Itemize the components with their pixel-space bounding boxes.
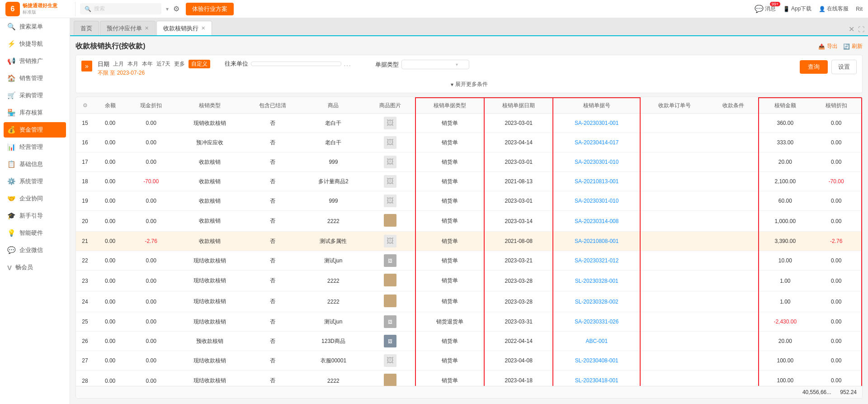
sidebar-item-search-menu[interactable]: 🔍 搜索菜单: [0, 18, 70, 35]
col-header-writeoff-amount: 核销金额: [759, 98, 811, 114]
cell-include-settled: 否: [243, 114, 302, 133]
cell-writeoff-date: 2023-03-28: [484, 291, 553, 312]
sidebar-item-biz-mgmt[interactable]: 📊 经营管理: [0, 138, 70, 156]
industry-button[interactable]: 体验行业方案: [186, 3, 234, 15]
app-download-link[interactable]: 📱 App下载: [783, 5, 811, 13]
tab-close-action-icon[interactable]: ✕: [849, 25, 854, 33]
cell-receipt-condition: [708, 312, 759, 332]
sidebar-item-purchase-mgmt[interactable]: 🛒 采购管理: [0, 87, 70, 104]
tab-home[interactable]: 首页: [74, 21, 99, 35]
cell-writeoff-bill-no[interactable]: SA-20230321-012: [553, 251, 640, 271]
cell-product-img: 🖼: [365, 191, 416, 211]
cell-writeoff-bill-no[interactable]: SA-20210808-001: [553, 232, 640, 251]
cell-include-settled: 否: [243, 371, 302, 386]
cell-writeoff-bill-no[interactable]: SA-20230331-026: [553, 312, 640, 332]
cell-cash-discount: 0.00: [126, 191, 176, 211]
table-scroll-container[interactable]: ⚙ 余额 现金折扣 核销类型 包含已结清 商品 商品图片 核销单据类型 核: [76, 97, 862, 386]
date-option-this-month[interactable]: 本月: [127, 60, 138, 68]
cell-balance: 0.00: [94, 291, 126, 312]
cell-no: 21: [76, 232, 94, 251]
cell-product: 999: [302, 152, 365, 172]
cell-writeoff-date: 2021-08-08: [484, 232, 553, 251]
settings-button[interactable]: 设置: [831, 60, 857, 74]
col-header-settings[interactable]: ⚙: [76, 98, 94, 114]
cell-product-img: 🖼: [365, 172, 416, 191]
sidebar-item-corp-collab[interactable]: 🤝 企业协同: [0, 190, 70, 207]
date-option-prev-month[interactable]: 上月: [113, 60, 124, 68]
date-option-7days[interactable]: 近7天: [156, 60, 170, 68]
tab-maximize-icon[interactable]: ⛶: [858, 26, 864, 33]
cell-writeoff-discount: 0.00: [811, 133, 862, 152]
collection-tab-close-icon[interactable]: ✕: [201, 25, 205, 31]
cell-product-img: 🖼: [365, 133, 416, 152]
col-header-receipt-order-no: 收款单订单号: [640, 98, 708, 114]
sidebar-item-base-info[interactable]: 📋 基础信息: [0, 156, 70, 173]
bill-type-select[interactable]: ▾: [401, 60, 469, 69]
sidebar-item-quick-nav[interactable]: ⚡ 快捷导航: [0, 35, 70, 52]
gear-icon[interactable]: ⚙: [173, 5, 179, 13]
cell-cash-discount: 0.00: [126, 133, 176, 152]
counterpart-dots[interactable]: ...: [344, 61, 352, 67]
cell-writeoff-bill-no[interactable]: SL-20230328-002: [553, 291, 640, 312]
date-option-this-year[interactable]: 本年: [142, 60, 153, 68]
tab-collection[interactable]: 收款核销执行 ✕: [156, 21, 212, 35]
cell-receipt-condition: [708, 291, 759, 312]
cell-product: 测试jun: [302, 251, 365, 271]
cell-include-settled: 否: [243, 251, 302, 271]
cell-writeoff-bill-no[interactable]: SA-20210813-001: [553, 172, 640, 191]
dropdown-arrow-icon[interactable]: ▾: [166, 6, 169, 12]
cell-include-settled: 否: [243, 312, 302, 332]
cell-receipt-condition: [708, 351, 759, 371]
expand-filter-button[interactable]: »: [81, 61, 92, 71]
cell-writeoff-discount: 0.00: [811, 152, 862, 172]
sidebar-item-sys-mgmt[interactable]: ⚙️ 系统管理: [0, 173, 70, 190]
cell-writeoff-bill-no[interactable]: SA-20230301-001: [553, 114, 640, 133]
prepay-tab-close-icon[interactable]: ✕: [145, 25, 149, 31]
sidebar-item-fund-mgmt[interactable]: 💰 资金管理: [4, 122, 66, 138]
expand-more-button[interactable]: ▾ 展开更多条件: [451, 81, 488, 88]
sidebar-item-vip[interactable]: V 畅会员: [0, 259, 70, 276]
cell-writeoff-amount: 20.00: [759, 152, 811, 172]
cell-writeoff-bill-no[interactable]: SL-20230418-001: [553, 371, 640, 386]
search-box[interactable]: 🔍 搜索: [80, 3, 161, 14]
sidebar-item-sales-mgmt[interactable]: 🏠 销售管理: [0, 70, 70, 87]
cell-writeoff-bill-no[interactable]: SL-20230408-001: [553, 351, 640, 371]
sidebar-item-wechat[interactable]: 💬 企业微信: [0, 242, 70, 259]
cell-writeoff-bill-no[interactable]: SA-20230314-008: [553, 211, 640, 232]
table-row: 18 0.00 -70.00 收款核销 否 多计量商品2 🖼 销货单 2021-…: [76, 172, 862, 191]
cell-product-img: 🖼: [365, 312, 416, 332]
table-row: 25 0.00 0.00 现结收款核销 否 测试jun 🖼 销货退货单 2023…: [76, 312, 862, 332]
sidebar-item-smart-hw[interactable]: 💡 智能硬件: [0, 224, 70, 242]
table-row: 19 0.00 0.00 收款核销 否 999 🖼 销货单 2023-03-01…: [76, 191, 862, 211]
col-header-receipt-condition: 收款条件: [708, 98, 759, 114]
table-row: 16 0.00 0.00 预冲应应收 否 老白干 🖼 销货单 2023-04-1…: [76, 133, 862, 152]
cell-writeoff-bill-type: 销货单: [415, 251, 484, 271]
table-row: 23 0.00 0.00 现结收款核销 否 2222 销货单 2023-03-2…: [76, 271, 862, 291]
cell-writeoff-discount: 0.00: [811, 291, 862, 312]
cell-writeoff-bill-no[interactable]: SL-20230328-001: [553, 271, 640, 291]
settings-col-icon[interactable]: ⚙: [83, 102, 88, 109]
cell-writeoff-bill-no[interactable]: SA-20230414-017: [553, 133, 640, 152]
date-custom-button[interactable]: 自定义: [189, 60, 210, 68]
message-icon[interactable]: 💬 消息 99+: [755, 5, 776, 13]
date-option-more[interactable]: 更多: [174, 60, 185, 68]
export-button[interactable]: 📤 导出: [818, 43, 838, 50]
cell-writeoff-bill-no[interactable]: SA-20230301-010: [553, 191, 640, 211]
guide-icon: 🎓: [7, 212, 16, 220]
cell-balance: 0.00: [94, 211, 126, 232]
cell-include-settled: 否: [243, 133, 302, 152]
cell-writeoff-bill-no[interactable]: ABC-001: [553, 332, 640, 351]
query-button[interactable]: 查询: [800, 60, 828, 74]
cell-writeoff-bill-no[interactable]: SA-20230301-010: [553, 152, 640, 172]
cell-writeoff-date: 2021-08-13: [484, 172, 553, 191]
sidebar-item-inventory[interactable]: 🏪 库存核算: [0, 104, 70, 121]
tab-prepay[interactable]: 预付冲应付单 ✕: [100, 21, 156, 35]
counterpart-input[interactable]: [251, 62, 341, 66]
sidebar-item-guide[interactable]: 🎓 新手引导: [0, 207, 70, 224]
sidebar-item-marketing[interactable]: 📢 营销推广: [0, 52, 70, 70]
cell-receipt-condition: [708, 371, 759, 386]
refresh-button[interactable]: 🔄 刷新: [843, 43, 863, 50]
logo-text: 畅捷通谱好生意 标准版: [23, 2, 57, 15]
cell-no: 18: [76, 172, 94, 191]
online-service-link[interactable]: 👤 在线客服: [819, 5, 849, 13]
